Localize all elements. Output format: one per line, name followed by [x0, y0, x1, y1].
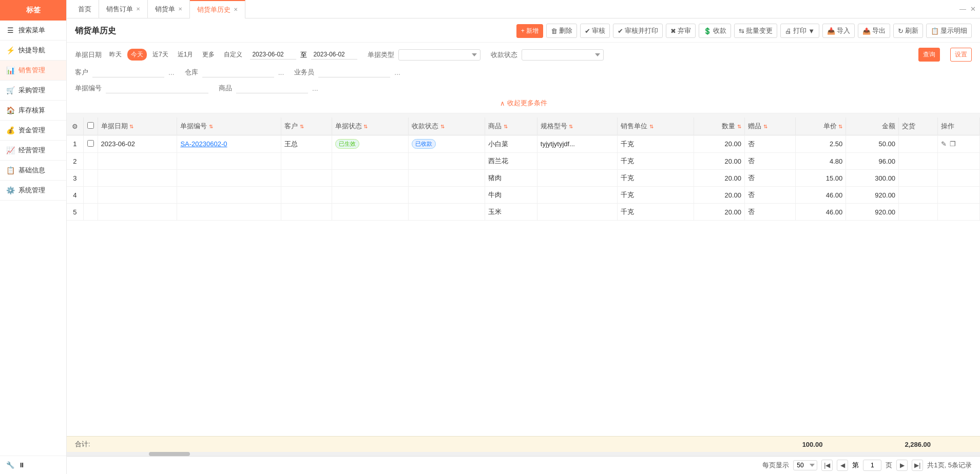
- goods-picker-btn[interactable]: ...: [312, 84, 318, 92]
- staff-filter-group: 业务员 ...: [294, 67, 400, 77]
- collapse-btn[interactable]: ∧ 收起更多条件: [75, 98, 972, 108]
- staff-label: 业务员: [294, 68, 314, 77]
- goods-input[interactable]: [236, 83, 308, 93]
- col-gift[interactable]: 赠品 ⇅: [745, 117, 796, 135]
- date-btn-more[interactable]: 更多: [199, 49, 218, 61]
- row-checkbox[interactable]: [83, 153, 98, 170]
- review-button[interactable]: ✔ 审核: [580, 24, 610, 38]
- col-doc-no[interactable]: 单据编号 ⇅: [177, 117, 281, 135]
- page-last-btn[interactable]: ▶|: [912, 460, 923, 471]
- date-btn-7days[interactable]: 近7天: [149, 49, 172, 61]
- tab-sales-goods-close[interactable]: ✕: [178, 6, 182, 12]
- show-detail-button[interactable]: 📋 显示明细: [926, 24, 972, 38]
- new-button[interactable]: + 新增: [516, 24, 543, 38]
- col-date[interactable]: 单据日期 ⇅: [98, 117, 177, 135]
- batch-change-button[interactable]: ⇆ 批量变更: [734, 24, 777, 38]
- customer-picker-btn[interactable]: ...: [168, 68, 175, 76]
- print-button[interactable]: 🖨 打印 ▼: [780, 24, 819, 38]
- table-area: ⚙ 单据日期 ⇅ 单据编号 ⇅ 客户 ⇅: [67, 117, 980, 436]
- col-settings[interactable]: ⚙: [67, 117, 83, 135]
- scrollbar-thumb[interactable]: [149, 452, 190, 456]
- row-gift: 否: [745, 170, 796, 187]
- page-header: 销货单历史 + 新增 🗑 删除 ✔ 审核 ✔ 审核并打印 ✖ 弃审: [67, 18, 980, 43]
- col-doc-status[interactable]: 单据状态 ⇅: [332, 117, 408, 135]
- sidebar-item-inventory[interactable]: 🏠 库存核算: [0, 101, 66, 121]
- page-input[interactable]: [863, 460, 881, 471]
- sidebar-item-ops-mgmt[interactable]: 📈 经营管理: [0, 141, 66, 161]
- sidebar-item-sys-mgmt[interactable]: ⚙️ 系统管理: [0, 181, 66, 201]
- col-spec[interactable]: 规格型号 ⇅: [537, 117, 617, 135]
- query-button[interactable]: 查询: [918, 48, 940, 62]
- warehouse-picker-btn[interactable]: ...: [278, 68, 284, 76]
- row-action: [938, 153, 980, 170]
- pause-icon[interactable]: ⏸: [18, 461, 25, 469]
- row-select-checkbox[interactable]: [87, 140, 94, 147]
- date-from-input[interactable]: [250, 50, 296, 60]
- sidebar-item-label: 销售管理: [18, 66, 45, 75]
- page-size-select[interactable]: 50 20 100: [793, 460, 817, 470]
- delete-button[interactable]: 🗑 删除: [546, 24, 577, 38]
- horizontal-scrollbar[interactable]: [67, 452, 980, 456]
- sidebar-item-quick-nav[interactable]: ⚡ 快捷导航: [0, 41, 66, 61]
- date-to-input[interactable]: [311, 50, 357, 60]
- date-btn-yesterday[interactable]: 昨天: [106, 49, 125, 61]
- row-checkbox[interactable]: [83, 187, 98, 204]
- row-amount: 920.00: [846, 204, 899, 221]
- row-doc-no[interactable]: SA-20230602-0: [177, 135, 281, 153]
- row-trade: [899, 187, 938, 204]
- settings-icon[interactable]: 🔧: [6, 461, 14, 469]
- staff-picker-btn[interactable]: ...: [394, 68, 400, 76]
- page-next-btn[interactable]: ▶: [896, 460, 908, 471]
- warehouse-input[interactable]: [202, 67, 274, 77]
- review-print-button[interactable]: ✔ 审核并打印: [613, 24, 663, 38]
- col-qty-sort-icon: ⇅: [737, 124, 741, 129]
- row-checkbox[interactable]: [83, 135, 98, 153]
- select-all-checkbox[interactable]: [87, 122, 94, 129]
- staff-input[interactable]: [318, 67, 390, 77]
- copy-icon[interactable]: ❐: [950, 140, 956, 148]
- table-row: 4 牛肉 千克 20.00 否 46.00 920.00: [67, 187, 980, 204]
- export-button[interactable]: 📤 导出: [858, 24, 890, 38]
- date-btn-1month[interactable]: 近1月: [174, 49, 197, 61]
- sidebar-item-search-menu[interactable]: ☰ 搜索菜单: [0, 21, 66, 41]
- date-btn-custom[interactable]: 自定义: [220, 49, 246, 61]
- date-btn-today[interactable]: 今天: [127, 49, 147, 61]
- col-qty[interactable]: 数量 ⇅: [694, 117, 745, 135]
- tab-sales-history-close[interactable]: ✕: [234, 7, 238, 12]
- date-separator: 至: [300, 50, 307, 60]
- abandon-button[interactable]: ✖ 弃审: [666, 24, 696, 38]
- tab-sales-order-close[interactable]: ✕: [136, 6, 140, 12]
- window-close-btn[interactable]: ✕: [970, 5, 976, 13]
- row-checkbox[interactable]: [83, 204, 98, 221]
- col-checkbox[interactable]: [83, 117, 98, 135]
- refresh-button[interactable]: ↻ 刷新: [893, 24, 923, 38]
- doc-type-select[interactable]: [398, 49, 481, 61]
- doc-no-input[interactable]: [106, 83, 208, 93]
- col-payment-status[interactable]: 收款状态 ⇅: [409, 117, 485, 135]
- window-minimize-btn[interactable]: —: [959, 5, 966, 13]
- row-checkbox[interactable]: [83, 170, 98, 187]
- tab-sales-order-label: 销售订单: [106, 5, 133, 14]
- page-size-label: 每页显示: [762, 461, 789, 470]
- tab-sales-history[interactable]: 销货单历史 ✕: [190, 0, 245, 18]
- col-unit-price[interactable]: 单价 ⇅: [795, 117, 846, 135]
- customer-input[interactable]: [92, 67, 164, 77]
- page-prev-btn[interactable]: ◀: [837, 460, 848, 471]
- import-button[interactable]: 📥 导入: [822, 24, 855, 38]
- col-unit[interactable]: 销售单位 ⇅: [618, 117, 694, 135]
- col-customer[interactable]: 客户 ⇅: [281, 117, 332, 135]
- settings-button[interactable]: 设置: [950, 48, 972, 62]
- tab-sales-order[interactable]: 销售订单 ✕: [99, 0, 148, 18]
- payment-status-select[interactable]: [522, 49, 604, 61]
- print-icon: 🖨: [785, 27, 792, 35]
- tab-home[interactable]: 首页: [71, 0, 99, 18]
- collect-button[interactable]: 💲 收款: [699, 24, 731, 38]
- col-goods[interactable]: 商品 ⇅: [485, 117, 537, 135]
- page-first-btn[interactable]: |◀: [821, 460, 833, 471]
- edit-icon[interactable]: ✎: [941, 140, 947, 148]
- sidebar-item-purchase-mgmt[interactable]: 🛒 采购管理: [0, 81, 66, 101]
- tab-sales-goods[interactable]: 销货单 ✕: [148, 0, 190, 18]
- sidebar-item-basic-info[interactable]: 📋 基础信息: [0, 161, 66, 181]
- sidebar-item-fund-mgmt[interactable]: 💰 资金管理: [0, 121, 66, 141]
- sidebar-item-sales-mgmt[interactable]: 📊 销售管理: [0, 61, 66, 81]
